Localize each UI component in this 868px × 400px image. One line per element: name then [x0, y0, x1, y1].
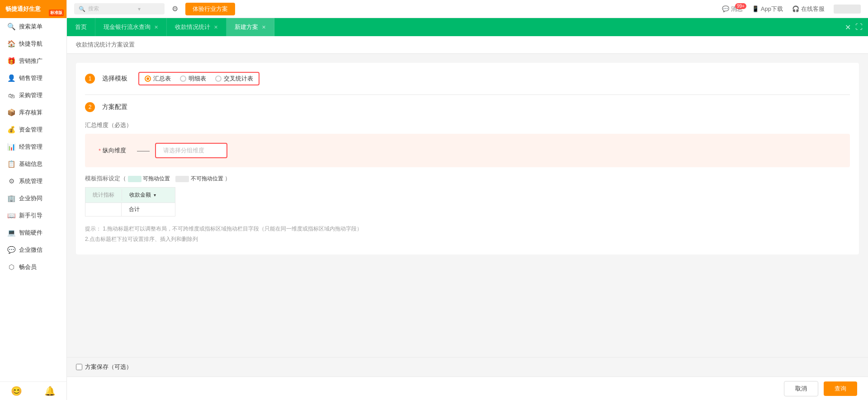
sidebar-item-quick-nav[interactable]: 🏠快捷导航	[0, 35, 66, 52]
notification-count: 99+	[735, 3, 746, 9]
radio-summary[interactable]: 汇总表	[145, 75, 171, 83]
metrics-grid: 统计指标 收款金额 ▾ 合计	[85, 187, 175, 216]
breadcrumb-text: 收款情况统计方案设置	[76, 41, 135, 48]
tab-bank-flow[interactable]: 现金银行流水查询✕	[95, 18, 167, 36]
service-item[interactable]: 🎧 在线客服	[792, 5, 825, 13]
cancel-button[interactable]: 取消	[784, 381, 818, 396]
user-avatar[interactable]	[834, 5, 861, 14]
metrics-header: 模板指标设定（ 可拖动位置 不可拖动位置 ）	[85, 174, 850, 183]
draggable-label: 可拖动位置	[143, 175, 170, 182]
tip2: 2.点击标题栏下拉可设置排序、插入列和删除列	[85, 235, 850, 244]
logo-text: 畅捷通好生意	[5, 5, 41, 13]
basic-info-label: 基础信息	[19, 160, 42, 168]
sidebar-item-search-menu[interactable]: 🔍搜索菜单	[0, 18, 66, 35]
sidebar-bottom: 😊 🔔	[0, 381, 66, 400]
dimension-config: 汇总维度（必选） * 纵向维度 —— 请选择分组维度 模板指标设定（	[85, 121, 850, 244]
operation-icon: 📊	[7, 143, 15, 151]
action-bar: 取消 查询	[67, 376, 868, 400]
radio-detail[interactable]: 明细表	[180, 75, 206, 83]
step2-label: 方案配置	[102, 103, 127, 111]
dimension-title: 汇总维度（必选）	[85, 121, 850, 129]
template-options-box: 汇总表 明细表 交叉统计表	[138, 72, 259, 85]
metrics-grid-body: 合计	[85, 203, 175, 216]
tab-close-new-plan[interactable]: ✕	[262, 24, 266, 30]
col-empty	[85, 203, 122, 216]
basic-info-icon: 📋	[7, 160, 15, 168]
tab-label-bank-flow: 现金银行流水查询	[104, 23, 151, 31]
query-button[interactable]: 查询	[824, 381, 857, 396]
maximize-icon[interactable]: ⛶	[855, 23, 863, 31]
search-icon: 🔍	[79, 6, 85, 12]
finance-label: 资金管理	[19, 126, 42, 134]
tip1: 提示： 1.拖动标题栏可以调整布局，不可跨维度或指标区域拖动栏目字段（只能在同一…	[85, 225, 850, 233]
sidebar-item-enterprise[interactable]: 🏢企业协同	[0, 190, 66, 207]
save-plan-label: 方案保存（可选）	[85, 363, 132, 371]
metrics-section: 模板指标设定（ 可拖动位置 不可拖动位置 ） 统计指标	[85, 174, 850, 244]
hardware-icon: 💻	[7, 229, 15, 237]
sidebar-bottom-icon2[interactable]: 🔔	[44, 386, 56, 396]
notification-item[interactable]: 💬 消息 99+	[722, 5, 743, 13]
message-icon: 💬	[722, 5, 729, 12]
radio-summary-label: 汇总表	[153, 75, 171, 83]
sidebar-item-inventory[interactable]: 📦库存核算	[0, 104, 66, 121]
main-area: 🔍 搜索 ▾ ⚙ 体验行业方案 💬 消息 99+ 📱 App下载 🎧 在线客服 …	[67, 0, 868, 400]
service-icon: 🎧	[792, 5, 799, 12]
tab-new-plan[interactable]: 新建方案✕	[226, 18, 274, 36]
sidebar-item-finance[interactable]: 💰资金管理	[0, 121, 66, 138]
sidebar-item-wechat[interactable]: 💬企业微信	[0, 241, 66, 259]
industry-btn[interactable]: 体验行业方案	[185, 3, 235, 15]
radio-cross[interactable]: 交叉统计表	[215, 75, 253, 83]
wechat-label: 企业微信	[19, 246, 42, 254]
tab-label-collection-stat: 收款情况统计	[175, 23, 210, 31]
step1-row: 1 选择模板 汇总表 明细表	[85, 72, 850, 85]
topbar-right: 💬 消息 99+ 📱 App下载 🎧 在线客服	[722, 5, 861, 14]
save-plan-input[interactable]	[76, 364, 82, 370]
tab-close-bank-flow[interactable]: ✕	[154, 24, 158, 30]
settings-icon[interactable]: ⚙	[172, 5, 178, 13]
radio-cross-label: 交叉统计表	[224, 75, 253, 83]
sidebar-item-sales[interactable]: 👤销售管理	[0, 70, 66, 87]
sales-label: 销售管理	[19, 74, 42, 82]
topbar-search-box[interactable]: 🔍 搜索 ▾	[74, 3, 165, 14]
content-body: 1 选择模板 汇总表 明细表	[67, 54, 868, 357]
sidebar-item-hardware[interactable]: 💻智能硬件	[0, 224, 66, 241]
vertical-dim-label: 纵向维度	[103, 146, 126, 155]
finance-icon: 💰	[7, 126, 15, 134]
dim-select[interactable]: 请选择分组维度	[155, 143, 227, 158]
tab-collection-stat[interactable]: 收款情况统计✕	[167, 18, 226, 36]
download-label: App下载	[761, 5, 783, 13]
divider1	[85, 94, 850, 95]
purchase-icon: 🛍	[7, 91, 15, 99]
radio-detail-label: 明细表	[189, 75, 206, 83]
dimension-area: * 纵向维度 —— 请选择分组维度	[85, 134, 850, 167]
radio-group: 汇总表 明细表 交叉统计表	[145, 75, 253, 83]
metrics-grid-header: 统计指标 收款金额 ▾	[85, 188, 175, 203]
logo-badge: 标准版	[49, 9, 64, 16]
download-item[interactable]: 📱 App下载	[752, 5, 783, 13]
marketing-icon: 🎁	[7, 57, 15, 65]
tab-home[interactable]: 首页	[67, 18, 95, 36]
search-placeholder: 搜索	[88, 5, 99, 13]
metrics-title-suffix: ）	[225, 175, 231, 182]
sidebar-logo: 畅捷通好生意 标准版	[0, 0, 66, 18]
tab-close-collection-stat[interactable]: ✕	[214, 24, 218, 30]
step1-badge: 1	[85, 74, 95, 84]
sidebar-item-operation[interactable]: 📊经营管理	[0, 138, 66, 155]
topbar: 🔍 搜索 ▾ ⚙ 体验行业方案 💬 消息 99+ 📱 App下载 🎧 在线客服	[67, 0, 868, 18]
system-label: 系统管理	[19, 177, 42, 185]
sidebar-item-guide[interactable]: 📖新手引导	[0, 207, 66, 224]
locked-label: 不可拖动位置	[191, 175, 223, 182]
sidebar-item-basic-info[interactable]: 📋基础信息	[0, 155, 66, 173]
sidebar-item-purchase[interactable]: 🛍采购管理	[0, 87, 66, 104]
close-window-icon[interactable]: ✕	[845, 23, 851, 32]
service-label: 在线客服	[801, 5, 825, 13]
content-footer: 方案保存（可选）	[67, 357, 868, 376]
save-plan-checkbox[interactable]: 方案保存（可选）	[76, 363, 132, 371]
sidebar-item-marketing[interactable]: 🎁营销推广	[0, 52, 66, 70]
sidebar-item-system[interactable]: ⚙系统管理	[0, 173, 66, 190]
sidebar-bottom-icon1[interactable]: 😊	[11, 386, 22, 396]
quick-nav-icon: 🏠	[7, 40, 15, 48]
tabbar: 首页现金银行流水查询✕收款情况统计✕新建方案✕ ✕ ⛶	[67, 18, 868, 36]
sidebar-item-member[interactable]: ⬡畅会员	[0, 259, 66, 276]
col1-header[interactable]: 收款金额 ▾	[122, 189, 163, 201]
